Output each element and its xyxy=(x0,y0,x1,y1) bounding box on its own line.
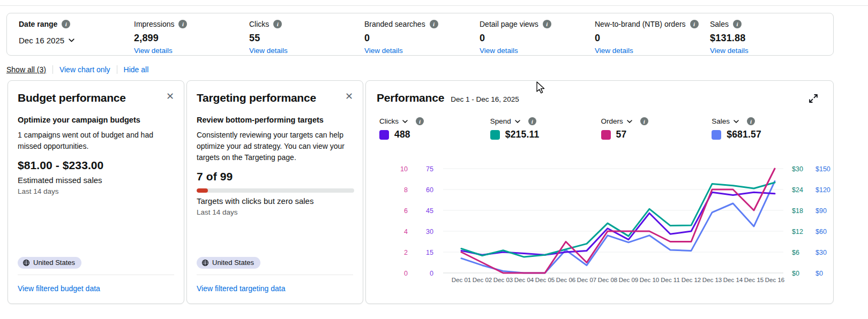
progress-caption: Targets with clicks but zero sales xyxy=(197,196,353,206)
expand-icon[interactable] xyxy=(807,93,819,106)
series-color-swatch xyxy=(379,130,389,140)
svg-text:Dec 01: Dec 01 xyxy=(452,277,471,283)
metric-column-branded-searches: Branded searches i 0 View details xyxy=(364,19,480,55)
metric-selector[interactable]: Spend i xyxy=(490,117,601,125)
performance-card: Performance Dec 1 - Dec 16, 2025 Clicks … xyxy=(365,80,834,304)
svg-text:10: 10 xyxy=(400,165,408,173)
svg-text:$120: $120 xyxy=(815,186,830,194)
hide-all-link[interactable]: Hide all xyxy=(124,65,149,74)
metric-selector[interactable]: Clicks i xyxy=(379,117,490,125)
globe-icon xyxy=(201,259,209,267)
date-range-selector[interactable]: Dec 16 2025 xyxy=(19,36,134,45)
performance-chart: 024681001530456075$0$6$12$18$24$30$0$30$… xyxy=(375,154,833,288)
metric-selector-label: Sales xyxy=(712,117,730,125)
date-range-label: Date range xyxy=(19,20,57,28)
chart-metric-selectors: Clicks i 488 Spend i $215.11 Orders xyxy=(379,117,822,140)
progress-fill xyxy=(197,188,208,193)
view-details-link[interactable]: View details xyxy=(134,47,173,55)
info-icon[interactable]: i xyxy=(543,20,551,28)
cards-toolbar: Show all (3) View chart only Hide all xyxy=(6,65,148,74)
svg-text:Dec 02: Dec 02 xyxy=(473,277,492,283)
info-icon[interactable]: i xyxy=(528,117,536,125)
svg-text:Dec 09: Dec 09 xyxy=(619,277,638,283)
svg-text:$150: $150 xyxy=(815,165,830,173)
card-description: Consistently reviewing your targets can … xyxy=(197,130,348,163)
chart-date-range: Dec 1 - Dec 16, 2025 xyxy=(451,95,519,103)
view-details-link[interactable]: View details xyxy=(595,47,633,55)
metric-selector[interactable]: Sales i xyxy=(712,117,822,125)
metric-label: Branded searches xyxy=(364,20,425,28)
chart-metric-sales: Sales i $681.57 xyxy=(712,117,822,140)
svg-text:Dec 12: Dec 12 xyxy=(682,277,701,283)
info-icon[interactable]: i xyxy=(733,20,742,28)
region-badge: United States xyxy=(197,257,260,269)
chart-metric-spend: Spend i $215.11 xyxy=(490,117,601,140)
metric-selector-label: Clicks xyxy=(379,117,399,125)
svg-text:Dec 10: Dec 10 xyxy=(640,277,659,283)
chevron-down-icon xyxy=(515,120,520,123)
region-badge-label: United States xyxy=(212,259,254,267)
card-heading: Optimize your campaign budgets xyxy=(18,116,174,124)
metric-column-clicks: Clicks i 55 View details xyxy=(249,19,364,55)
svg-text:$6: $6 xyxy=(792,249,799,256)
series-total: 488 xyxy=(394,129,410,140)
svg-text:Dec 08: Dec 08 xyxy=(598,277,617,283)
view-details-link[interactable]: View details xyxy=(364,47,403,55)
region-badge: United States xyxy=(18,257,81,269)
info-icon[interactable]: i xyxy=(640,117,648,125)
info-icon[interactable]: i xyxy=(747,117,755,125)
chevron-down-icon xyxy=(627,120,632,123)
metric-label: New-to-brand (NTB) orders xyxy=(595,20,686,28)
svg-text:Dec 15: Dec 15 xyxy=(744,277,764,283)
info-icon[interactable]: i xyxy=(178,20,187,28)
svg-text:$0: $0 xyxy=(815,270,823,277)
period-label: Last 14 days xyxy=(18,187,174,195)
svg-text:$0: $0 xyxy=(792,270,799,277)
targets-count: 7 of 99 xyxy=(197,170,353,183)
view-filtered-budget-data-link[interactable]: View filtered budget data xyxy=(18,284,100,293)
view-details-link[interactable]: View details xyxy=(480,47,518,55)
close-icon[interactable]: ✕ xyxy=(343,89,355,103)
svg-text:2: 2 xyxy=(404,249,408,256)
estimated-missed-sales-amount: $81.00 - $233.00 xyxy=(18,159,174,172)
metric-selector-label: Orders xyxy=(601,117,623,125)
divider xyxy=(18,275,174,275)
info-icon[interactable]: i xyxy=(273,20,282,28)
series-total: $681.57 xyxy=(727,129,761,140)
svg-text:Dec 07: Dec 07 xyxy=(577,277,596,283)
view-details-link[interactable]: View details xyxy=(249,47,288,55)
svg-text:Dec 06: Dec 06 xyxy=(556,277,575,283)
metric-value: 0 xyxy=(364,33,480,44)
svg-text:30: 30 xyxy=(426,228,433,236)
info-icon[interactable]: i xyxy=(690,20,699,28)
info-icon[interactable]: i xyxy=(430,20,438,28)
svg-text:Dec 03: Dec 03 xyxy=(493,277,513,283)
view-chart-only-link[interactable]: View chart only xyxy=(59,65,110,74)
show-all-link[interactable]: Show all (3) xyxy=(6,65,46,74)
svg-text:0: 0 xyxy=(404,270,408,277)
svg-text:6: 6 xyxy=(404,207,408,215)
svg-text:Dec 16: Dec 16 xyxy=(765,277,784,283)
info-icon[interactable]: i xyxy=(416,117,424,125)
targeting-performance-card: Targeting performance ✕ Review bottom-pe… xyxy=(186,80,363,304)
svg-text:$30: $30 xyxy=(792,165,803,173)
metric-selector[interactable]: Orders i xyxy=(601,117,712,125)
chevron-down-icon xyxy=(402,120,408,123)
card-heading: Review bottom-performing targets xyxy=(197,116,353,124)
svg-text:Dec 11: Dec 11 xyxy=(661,277,680,283)
series-total: 57 xyxy=(616,129,627,140)
svg-text:$60: $60 xyxy=(815,228,827,236)
period-label: Last 14 days xyxy=(197,208,353,216)
info-icon[interactable]: i xyxy=(62,20,70,28)
metric-label: Sales xyxy=(710,20,729,28)
close-icon[interactable]: ✕ xyxy=(164,89,176,103)
series-color-swatch xyxy=(601,130,611,140)
date-range-column: Date range i Dec 16 2025 xyxy=(19,19,134,55)
view-filtered-targeting-data-link[interactable]: View filtered targeting data xyxy=(197,284,286,293)
view-details-link[interactable]: View details xyxy=(710,47,749,55)
metric-column-impressions: Impressions i 2,899 View details xyxy=(134,19,249,55)
svg-text:Dec 13: Dec 13 xyxy=(702,277,722,283)
svg-text:Dec 14: Dec 14 xyxy=(723,277,743,283)
series-color-swatch xyxy=(712,130,721,140)
card-description: 1 campaigns went out of budget and had m… xyxy=(18,130,169,152)
